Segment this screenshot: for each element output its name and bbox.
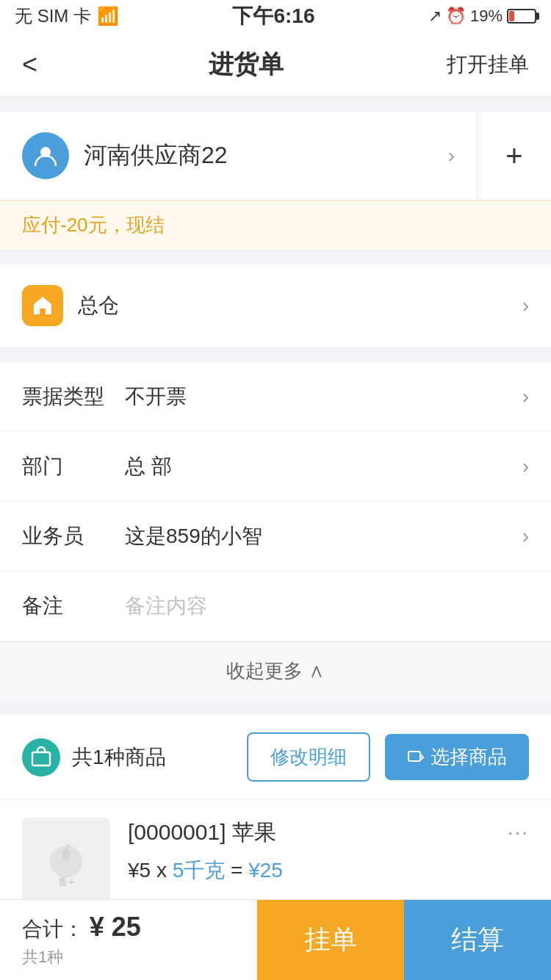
total-amount: ¥ 25 [90, 912, 141, 942]
hang-order-button[interactable]: 挂单 [257, 900, 404, 980]
invoice-type-row[interactable]: 票据类型 不开票 › [0, 362, 551, 432]
form-section: 票据类型 不开票 › 部门 总 部 › 业务员 这是859的小智 › 备注 备注… [0, 362, 551, 700]
remark-value: 备注内容 [125, 592, 529, 620]
salesperson-row[interactable]: 业务员 这是859的小智 › [0, 502, 551, 572]
total-label: 合计： [22, 918, 84, 940]
section-gap-3 [0, 347, 551, 362]
salesperson-value: 这是859的小智 [125, 522, 522, 550]
svg-point-4 [62, 849, 70, 860]
back-button[interactable]: < [15, 42, 45, 87]
warehouse-chevron-icon: › [522, 294, 529, 317]
supplier-add-button[interactable]: + [478, 112, 551, 200]
product-name: [0000001] 苹果 [128, 818, 485, 848]
product-info: [0000001] 苹果 ¥5 x 5千克 = ¥25 [128, 818, 485, 884]
checkout-button[interactable]: 结算 [404, 900, 551, 980]
invoice-type-label: 票据类型 [22, 383, 125, 411]
edit-detail-button[interactable]: 修改明细 [247, 732, 370, 782]
product-price: ¥5 x 5千克 = ¥25 [128, 857, 485, 884]
supplier-avatar [22, 132, 69, 179]
product-thumbnail: 鲁+ [22, 818, 110, 906]
supplier-name: 河南供应商22 [84, 140, 448, 172]
more-dots-icon: ··· [508, 821, 529, 844]
invoice-type-chevron-icon: › [522, 385, 529, 408]
department-value: 总 部 [125, 453, 522, 480]
remark-label: 备注 [22, 592, 125, 620]
salesperson-chevron-icon: › [522, 525, 529, 548]
invoice-type-value: 不开票 [125, 383, 522, 411]
product-header: 共1种商品 修改明细 选择商品 [0, 715, 551, 800]
select-product-button[interactable]: 选择商品 [385, 734, 529, 780]
warehouse-icon [22, 285, 63, 326]
page-title: 进货单 [45, 48, 447, 82]
status-carrier: 无 SIM 卡 📶 [15, 4, 119, 28]
warehouse-row[interactable]: 总仓 › [0, 264, 551, 347]
department-label: 部门 [22, 453, 125, 480]
status-right: ↗ ⏰ 19% [428, 7, 536, 26]
status-bar: 无 SIM 卡 📶 下午6:16 ↗ ⏰ 19% [0, 0, 551, 32]
payment-hint: 应付-20元，现结 [0, 200, 551, 250]
supplier-select-button[interactable]: 河南供应商22 › [0, 112, 478, 200]
product-more-button[interactable]: ··· [485, 818, 529, 844]
bottom-bar: 合计： ¥ 25 共1种 挂单 结算 [0, 899, 551, 980]
battery-icon [507, 9, 536, 24]
remark-row[interactable]: 备注 备注内容 [0, 572, 551, 641]
section-gap-1 [0, 97, 551, 112]
plus-icon: + [505, 140, 522, 173]
department-chevron-icon: › [522, 455, 529, 478]
supplier-chevron-icon: › [448, 144, 455, 167]
supplier-section: 河南供应商22 › + [0, 112, 551, 200]
salesperson-label: 业务员 [22, 522, 125, 550]
section-gap-4 [0, 700, 551, 715]
product-count: 共1种商品 [72, 743, 247, 771]
nav-bar: < 进货单 打开挂单 [0, 32, 551, 97]
product-header-icon [22, 738, 60, 777]
status-time: 下午6:16 [232, 2, 314, 30]
collapse-button[interactable]: 收起更多 ∧ [0, 641, 551, 700]
open-pending-button[interactable]: 打开挂单 [447, 51, 529, 79]
svg-rect-2 [408, 752, 420, 761]
total-count: 共1种 [22, 946, 235, 968]
department-row[interactable]: 部门 总 部 › [0, 432, 551, 502]
warehouse-name: 总仓 [78, 292, 522, 320]
total-section: 合计： ¥ 25 共1种 [0, 900, 257, 980]
select-product-label: 选择商品 [431, 744, 507, 770]
svg-rect-1 [32, 752, 50, 765]
svg-text:鲁+: 鲁+ [58, 876, 74, 887]
section-gap-2 [0, 250, 551, 264]
